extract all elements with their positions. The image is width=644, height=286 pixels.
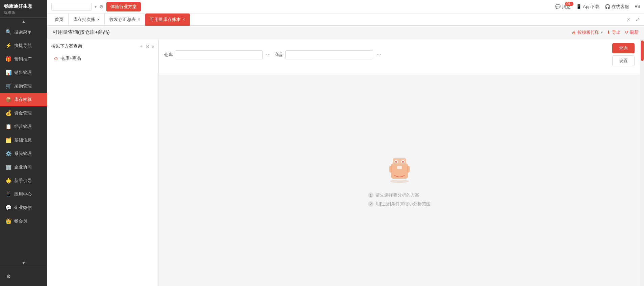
hint-num-1: 1 xyxy=(368,192,373,198)
user-menu[interactable]: Rit xyxy=(635,4,640,9)
svg-point-9 xyxy=(390,180,409,183)
sidebar-icon-apps: 📱 xyxy=(5,191,11,197)
sidebar-item-marketing[interactable]: 🎁 营销推广 xyxy=(0,52,47,66)
refresh-label: 刷新 xyxy=(630,29,639,35)
sidebar-item-search[interactable]: 🔍 搜索菜单 xyxy=(0,25,47,39)
export-button[interactable]: ⬇ 导出 xyxy=(607,29,621,35)
svg-point-4 xyxy=(395,161,397,163)
sidebar-item-sales[interactable]: 📊 销售管理 xyxy=(0,66,47,79)
sidebar-item-shortcut[interactable]: ⚡ 快捷导航 xyxy=(0,39,47,52)
app-edition: 标准版 xyxy=(4,10,43,15)
sidebar-icon-wechat: 💬 xyxy=(5,205,11,211)
tab-batch[interactable]: 库存批次账× xyxy=(69,14,105,26)
filter-add-button[interactable]: ＋ xyxy=(139,43,144,49)
sidebar-label-member: 畅会员 xyxy=(14,218,27,224)
filter-panel-header: 按以下方案查询 ＋ ⊙ « xyxy=(51,43,154,49)
sidebar-icon-sales: 📊 xyxy=(5,70,11,76)
sidebar-item-finance[interactable]: 💰 资金管理 xyxy=(0,106,47,120)
message-button[interactable]: 💬 消息 99+ xyxy=(555,4,571,10)
sidebar-label-wechat: 企业微信 xyxy=(14,205,32,211)
sidebar-icon-operation: 📋 xyxy=(5,124,11,130)
tab-summary[interactable]: 收发存汇总表× xyxy=(105,14,145,26)
sidebar-item-system[interactable]: ⚙️ 系统管理 xyxy=(0,147,47,160)
filter-collapse-button[interactable]: « xyxy=(152,43,154,49)
filter-item-icon: ⊙ xyxy=(54,56,58,61)
tab-home[interactable]: 首页 xyxy=(50,14,69,26)
sidebar-item-enterprise[interactable]: 🏢 企业协同 xyxy=(0,160,47,174)
tab-actions: × ⤢ xyxy=(626,15,641,24)
tab-maximize-button[interactable]: ⤢ xyxy=(634,15,641,24)
hint-text-1: 请先选择要分析的方案 xyxy=(376,191,419,200)
tab-label-available: 可用量库存账本 xyxy=(150,17,181,23)
sidebar-icon-inventory: 📦 xyxy=(5,97,11,103)
tab-close-current-button[interactable]: × xyxy=(626,15,632,24)
online-service-label: 在线客服 xyxy=(612,4,629,10)
tab-close-available[interactable]: × xyxy=(183,17,185,22)
sidebar-icon-enterprise: 🏢 xyxy=(5,164,11,170)
sidebar-item-wechat[interactable]: 💬 企业微信 xyxy=(0,201,47,214)
sidebar-item-settings[interactable]: ⚙ xyxy=(0,270,47,283)
topbar-gear-icon[interactable]: ⚙ xyxy=(99,4,104,9)
sidebar-icon-search: 🔍 xyxy=(5,29,11,35)
message-icon: 💬 xyxy=(555,4,561,9)
query-buttons: 查询 设置 xyxy=(612,43,635,66)
hint-num-2: 2 xyxy=(368,201,373,207)
tab-close-batch[interactable]: × xyxy=(97,17,100,22)
topbar-chevron-icon[interactable]: ▾ xyxy=(95,4,97,9)
sidebar-item-inventory[interactable]: 📦 库存核算 xyxy=(0,93,47,106)
sidebar-scroll-down[interactable]: ▼ xyxy=(0,259,47,267)
sidebar-icon-basic: 🗂️ xyxy=(5,137,11,143)
sidebar: 畅康通好生意 标准版 ▲ 🔍 搜索菜单 ⚡ 快捷导航 🎁 营销推广 📊 销售管理… xyxy=(0,0,47,286)
tab-available[interactable]: 可用量库存账本× xyxy=(145,14,190,26)
app-download-button[interactable]: 📱 App下载 xyxy=(576,4,599,10)
sidebar-item-member[interactable]: 👑 畅会员 xyxy=(0,214,47,228)
empty-state-icon xyxy=(383,152,416,185)
sidebar-item-basic[interactable]: 🗂️ 基础信息 xyxy=(0,133,47,147)
print-button[interactable]: 🖨 按模板打印 ▾ xyxy=(572,29,603,35)
svg-rect-0 xyxy=(391,163,408,179)
refresh-button[interactable]: ↺ 刷新 xyxy=(625,29,639,35)
tab-close-summary[interactable]: × xyxy=(138,17,140,22)
sidebar-icon-finance: 💰 xyxy=(5,110,11,116)
filter-item-仓库+商品[interactable]: ⊙ 仓库+商品 xyxy=(51,53,154,63)
empty-hint-1: 1 请先选择要分析的方案 xyxy=(368,191,431,200)
topbar: ▾ ⚙ 体验行业方案 💬 消息 99+ 📱 App下载 🎧 在线客服 Rit xyxy=(47,0,644,14)
sidebar-item-apps[interactable]: 📱 应用中心 xyxy=(0,187,47,201)
sidebar-icon-marketing: 🎁 xyxy=(5,56,11,62)
trial-button[interactable]: 体验行业方案 xyxy=(106,2,141,11)
tab-label-batch: 库存批次账 xyxy=(73,17,95,23)
filter-settings-button[interactable]: ⊙ xyxy=(146,43,150,49)
print-icon: 🖨 xyxy=(572,30,576,35)
sidebar-label-operation: 经营管理 xyxy=(14,124,32,130)
product-label: 商品 xyxy=(275,52,283,58)
svg-rect-6 xyxy=(397,166,402,169)
query-row: 仓库 ··· 商品 ··· 查询 设置 xyxy=(164,43,635,66)
empty-hint-2: 2 用[过滤]条件来缩小分析范围 xyxy=(368,200,431,208)
sidebar-item-purchase[interactable]: 🛒 采购管理 xyxy=(0,79,47,93)
sidebar-logo: 畅康通好生意 标准版 xyxy=(0,0,47,18)
sidebar-item-operation[interactable]: 📋 经营管理 xyxy=(0,120,47,133)
app-icon: 📱 xyxy=(576,4,582,9)
query-button[interactable]: 查询 xyxy=(612,43,635,53)
settings-button[interactable]: 设置 xyxy=(612,55,635,66)
online-service-button[interactable]: 🎧 在线客服 xyxy=(605,4,629,10)
sidebar-bottom: ⚙ xyxy=(0,267,47,286)
topbar-search-input[interactable] xyxy=(51,3,92,11)
scrollbar-handle[interactable] xyxy=(641,41,644,61)
warehouse-label: 仓库 xyxy=(164,52,173,58)
sidebar-label-enterprise: 企业协同 xyxy=(14,164,32,170)
app-name: 畅康通好生意 xyxy=(4,3,43,9)
svg-rect-8 xyxy=(407,166,410,173)
product-more-icon[interactable]: ··· xyxy=(377,52,381,58)
filter-panel-title: 按以下方案查询 xyxy=(51,43,82,49)
page-header: 可用量查询(按仓库+商品) 🖨 按模板打印 ▾ ⬇ 导出 ↺ 刷新 xyxy=(47,26,644,39)
product-input[interactable] xyxy=(285,50,373,59)
export-label: 导出 xyxy=(612,29,621,35)
warehouse-field: 仓库 ··· xyxy=(164,50,271,59)
warehouse-more-icon[interactable]: ··· xyxy=(266,52,271,58)
print-chevron-icon[interactable]: ▾ xyxy=(601,30,603,35)
sidebar-scroll-up[interactable]: ▲ xyxy=(0,18,47,25)
sidebar-item-newbie[interactable]: 🌟 新手引导 xyxy=(0,174,47,187)
refresh-icon: ↺ xyxy=(625,30,628,35)
warehouse-input[interactable] xyxy=(175,50,263,59)
